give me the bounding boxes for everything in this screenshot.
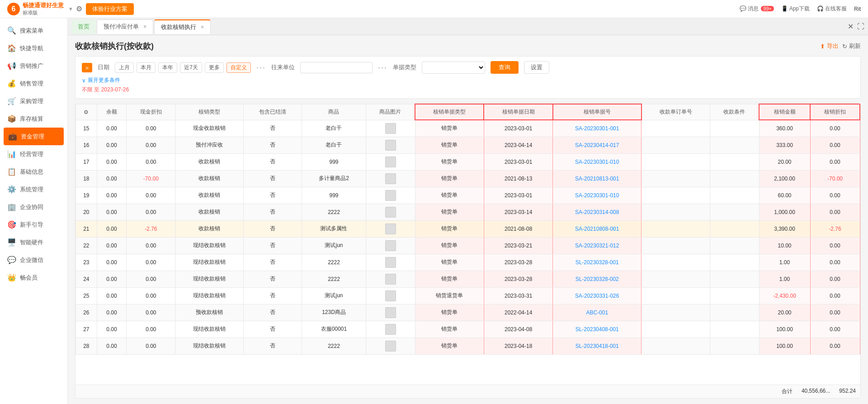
table-row: 180.00-70.00收款核销否多计量商品2销货单2021-08-13SA-2… <box>76 170 860 187</box>
verify-no-link[interactable]: SA-20230314-008 <box>575 209 619 215</box>
settings-button[interactable]: 设置 <box>524 61 549 74</box>
table-wrapper[interactable]: ⚙ 余额 现金折扣 核销类型 包含已结清 商品 商品图片 核销单据类型 核销单据… <box>75 104 860 385</box>
td-cash-discount: 0.00 <box>127 153 175 170</box>
verify-no-link[interactable]: SL-20230328-002 <box>576 276 619 282</box>
verify-no-link[interactable]: SA-20230301-010 <box>575 192 619 199</box>
td-product-image <box>366 220 415 237</box>
verify-no-link[interactable]: SA-20230301-001 <box>575 125 619 132</box>
verify-no-link[interactable]: SA-20230321-012 <box>575 242 619 249</box>
td-product: 2222 <box>302 271 366 287</box>
verify-no-link[interactable]: SA-20210813-001 <box>575 176 619 182</box>
verify-no-link[interactable]: ABC-001 <box>586 309 608 316</box>
message-btn[interactable]: 💬 消息 99+ <box>740 5 774 13</box>
expand-icon[interactable]: » <box>82 63 92 72</box>
td-verify-no[interactable]: SA-20230301-001 <box>553 120 642 137</box>
this-month-btn[interactable]: 本月 <box>137 62 156 73</box>
top-bar-right: 💬 消息 99+ 📱 App下载 🎧 在线客服 Rit <box>740 5 861 13</box>
td-verify-date: 2023-03-31 <box>484 287 552 304</box>
td-verify-no[interactable]: SL-20230408-001 <box>553 321 642 337</box>
sidebar-item-enterprise[interactable]: 🏢 企业协同 <box>0 198 67 216</box>
search-icon: 🔍 <box>7 26 16 35</box>
sidebar-item-search[interactable]: 🔍 搜索菜单 <box>0 22 67 39</box>
verify-no-link[interactable]: SL-20230418-001 <box>576 343 619 349</box>
td-verify-no[interactable]: SL-20230418-001 <box>553 337 642 354</box>
sidebar-item-wechat[interactable]: 💬 企业微信 <box>0 251 67 269</box>
custom-date-btn[interactable]: 自定义 <box>226 62 251 73</box>
verify-no-link[interactable]: SA-20230331-026 <box>575 293 619 299</box>
td-verify-type: 收款核销 <box>175 220 244 237</box>
td-verify-no[interactable]: SA-20210813-001 <box>553 170 642 187</box>
verify-no-link[interactable]: SL-20230328-001 <box>576 259 619 266</box>
last-7days-btn[interactable]: 近7天 <box>180 62 202 73</box>
from-unit-input[interactable] <box>300 62 373 73</box>
refresh-button[interactable]: ↻ 刷新 <box>842 42 861 50</box>
td-verify-no[interactable]: SA-20230321-012 <box>553 237 642 254</box>
prepay-tab-close[interactable]: × <box>143 24 146 30</box>
receipt-tab-close[interactable]: × <box>201 24 204 30</box>
verify-no-link[interactable]: SA-20230301-010 <box>575 159 619 165</box>
product-image-placeholder <box>385 257 396 268</box>
td-balance: 0.00 <box>97 271 127 287</box>
td-verify-no[interactable]: SA-20210808-001 <box>553 220 642 237</box>
sidebar-item-system[interactable]: ⚙️ 系统管理 <box>0 181 67 198</box>
tab-home[interactable]: 首页 <box>71 19 96 34</box>
td-verify-type: 现结收款核销 <box>175 337 244 354</box>
product-image-placeholder <box>385 307 396 318</box>
td-verify-no[interactable]: SA-20230301-010 <box>553 153 642 170</box>
date-options: 上月 本月 本年 近7天 更多 自定义 <box>115 62 251 73</box>
td-verify-no[interactable]: SA-20230314-008 <box>553 204 642 220</box>
this-year-btn[interactable]: 本年 <box>158 62 177 73</box>
td-verify-no[interactable]: SA-20230331-026 <box>553 287 642 304</box>
more-date-btn[interactable]: 更多 <box>205 62 224 73</box>
brand: 6 畅捷通谱好生意 标准版 <box>7 1 64 16</box>
top-bar-left: 6 畅捷通谱好生意 标准版 ▾ ⚙ 体验行业方案 <box>7 1 134 16</box>
sidebar-item-sales[interactable]: 💰 销售管理 <box>0 75 67 92</box>
td-product-image <box>366 254 415 271</box>
verify-no-link[interactable]: SA-20230414-017 <box>575 142 619 148</box>
online-service-btn[interactable]: 🎧 在线客服 <box>817 5 847 13</box>
td-verify-no[interactable]: SA-20230414-017 <box>553 137 642 153</box>
basic-icon: 📋 <box>7 167 16 176</box>
tab-prepay[interactable]: 预付冲应付单 × <box>97 19 153 34</box>
td-receipt-order-no <box>642 120 710 137</box>
td-receipt-order-no <box>642 337 710 354</box>
td-balance: 0.00 <box>97 204 127 220</box>
td-verify-no[interactable]: SA-20230301-010 <box>553 187 642 204</box>
td-cash-discount: -2.76 <box>127 220 175 237</box>
sidebar-item-guide[interactable]: 🎯 新手引导 <box>0 216 67 233</box>
expand-more-btn[interactable]: ∨ 展开更多条件 <box>82 76 854 84</box>
sidebar-item-operations[interactable]: 📊 经营管理 <box>0 145 67 163</box>
export-button[interactable]: ⬆ 导出 <box>820 42 839 50</box>
maximize-button[interactable]: ⛶ <box>857 22 864 31</box>
settings-icon[interactable]: ⚙ <box>76 5 82 13</box>
product-image-placeholder <box>385 157 396 167</box>
td-verify-bill-type: 销货单 <box>415 187 484 204</box>
td-verify-no[interactable]: ABC-001 <box>553 304 642 321</box>
th-product-image: 商品图片 <box>366 104 415 120</box>
verify-no-link[interactable]: SA-20210808-001 <box>575 226 619 232</box>
app-download-btn[interactable]: 📱 App下载 <box>781 5 810 13</box>
sidebar-item-basic[interactable]: 📋 基础信息 <box>0 163 67 181</box>
tab-receipt[interactable]: 收款核销执行 × <box>154 19 211 34</box>
td-balance: 0.00 <box>97 137 127 153</box>
sidebar-item-quick[interactable]: 🏠 快捷导航 <box>0 39 67 57</box>
bill-type-select[interactable] <box>422 62 485 74</box>
sidebar-item-inventory[interactable]: 📦 库存核算 <box>0 110 67 128</box>
industry-solution-button[interactable]: 体验行业方案 <box>86 3 134 15</box>
sidebar-item-marketing[interactable]: 📢 营销推广 <box>0 57 67 75</box>
td-verify-date: 2023-03-01 <box>484 187 552 204</box>
verify-no-link[interactable]: SL-20230408-001 <box>576 326 619 333</box>
td-receipt-order-no <box>642 254 710 271</box>
td-verify-no[interactable]: SL-20230328-001 <box>553 254 642 271</box>
query-button[interactable]: 查询 <box>491 61 519 74</box>
td-verify-type: 现结收款核销 <box>175 254 244 271</box>
sidebar-item-purchase[interactable]: 🛒 采购管理 <box>0 92 67 110</box>
dropdown-icon[interactable]: ▾ <box>69 5 72 12</box>
sidebar-item-finance[interactable]: 💼 资金管理 <box>4 128 64 145</box>
sidebar-item-member[interactable]: 👑 畅会员 <box>0 269 67 286</box>
close-all-tabs-button[interactable]: ✕ <box>848 22 854 31</box>
sidebar-item-hardware[interactable]: 🖥️ 智能硬件 <box>0 233 67 251</box>
td-num: 23 <box>76 254 97 271</box>
td-verify-no[interactable]: SL-20230328-002 <box>553 271 642 287</box>
last-month-btn[interactable]: 上月 <box>115 62 134 73</box>
